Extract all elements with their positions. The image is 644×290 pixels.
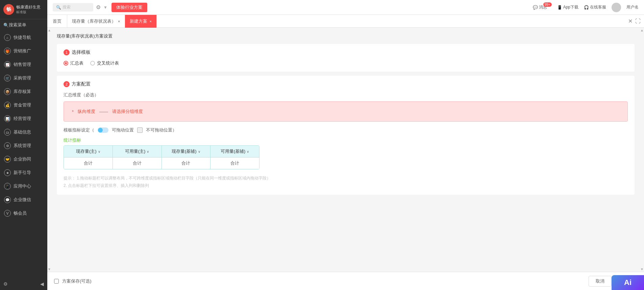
username-label: 用户名 xyxy=(626,4,639,10)
logo-text: 畅康通好生意 标准版 xyxy=(16,5,41,15)
app-center-icon: 📱 xyxy=(4,183,11,190)
topbar-right: 💬 消息 99+ 📱 App下载 🎧 在线客服 用户名 xyxy=(533,3,639,12)
drag-toggle[interactable] xyxy=(98,127,108,133)
tab-expand-icon[interactable]: ⛶ xyxy=(635,18,641,24)
data-cell-1-2: 合计 xyxy=(113,158,162,169)
header-col-2[interactable]: 可用量(主) ∨ xyxy=(113,146,162,157)
sidebar-item-app-center[interactable]: 📱 应用中心 xyxy=(0,179,47,193)
sidebar-item-system[interactable]: ⚙ 系统管理 xyxy=(0,139,47,152)
step1-badge: 1 xyxy=(64,49,70,55)
wechat-biz-icon: 💬 xyxy=(4,196,11,203)
trial-button[interactable]: 体验行业方案 xyxy=(112,3,147,12)
marketing-icon: 🎁 xyxy=(4,48,11,54)
headset-icon: 🎧 xyxy=(584,5,589,10)
template-options: 汇总表 交叉统计表 xyxy=(64,60,628,66)
sidebar-item-inventory[interactable]: 📦 库存核算 xyxy=(0,85,47,98)
topbar-gear-icon[interactable]: ⚙ xyxy=(96,4,101,10)
sidebar-item-operations[interactable]: 📊 经营管理 xyxy=(0,112,47,125)
sidebar-item-marketing[interactable]: 🎁 营销推广 xyxy=(0,44,47,58)
content-area: 现存量(库存状况表)方案设置 1 选择模板 汇总表 交叉统计表 xyxy=(51,28,640,272)
app-download-button[interactable]: 📱 App下载 xyxy=(557,4,578,10)
data-cell-1-1: 合计 xyxy=(64,158,113,169)
tab-close-all-icon[interactable]: ✕ xyxy=(628,18,633,24)
collapse-button[interactable]: ◀ xyxy=(40,281,44,287)
scroll-up-icon[interactable]: ▲ xyxy=(48,28,51,32)
finance-icon: 💰 xyxy=(4,102,11,108)
scroll-down-icon[interactable]: ▼ xyxy=(48,267,51,271)
sidebar-item-basic-info[interactable]: 🗂 基础信息 xyxy=(0,125,47,139)
data-cell-1-4: 合计 xyxy=(210,158,259,169)
header-col-4-chevron[interactable]: ∨ xyxy=(247,150,249,153)
tab-inventory-close[interactable]: × xyxy=(118,19,120,23)
logo-icon: 畅 xyxy=(3,4,14,15)
topbar-search-icon: 🔍 xyxy=(56,5,61,10)
sidebar-item-finance[interactable]: 💰 资金管理 xyxy=(0,98,47,112)
sidebar-item-new-guide[interactable]: ★ 新手引导 xyxy=(0,166,47,179)
right-scroll-up-icon[interactable]: ▲ xyxy=(640,28,644,32)
topbar-search-box[interactable]: 🔍 搜索 xyxy=(53,3,93,11)
header-col-1[interactable]: 现存量(主) ∨ xyxy=(64,146,113,157)
header-col-2-chevron[interactable]: ∨ xyxy=(147,150,149,153)
right-scrollbar: ▲ ▼ xyxy=(640,28,644,272)
save-label: 方案保存(可选) xyxy=(62,278,92,284)
sidebar-item-member[interactable]: V 畅会员 xyxy=(0,207,47,220)
stats-section-label: 统计指标 xyxy=(64,137,628,143)
tab-inventory[interactable]: 现存量（库存状况表） × xyxy=(67,15,125,28)
sidebar-item-sales[interactable]: 📈 销售管理 xyxy=(0,58,47,71)
radio-cross[interactable]: 交叉统计表 xyxy=(90,60,119,66)
section-step1: 1 选择模板 汇总表 交叉统计表 xyxy=(57,44,635,72)
tab-home[interactable]: 首页 xyxy=(47,15,67,28)
sidebar-item-wechat-biz[interactable]: 💬 企业微信 xyxy=(0,193,47,207)
radio-dot-cross xyxy=(90,61,95,66)
dimension-box: * 纵向维度 —— 请选择分组维度 xyxy=(64,101,628,122)
topbar-dropdown-icon[interactable]: ▼ xyxy=(103,5,107,10)
ai-badge[interactable]: Ai xyxy=(612,275,644,290)
phone-icon: 📱 xyxy=(557,5,562,10)
tip-item-1: 1.拖动标题栏可以调整布局，不可跨维度或指标区域拖动栏目字段（只能在同一维度或指… xyxy=(77,176,271,180)
tip-item-2: 2. 点击标题栏下拉可设置排序、插入列和删除列 xyxy=(64,182,628,190)
stats-data-row-1: 合计 合计 合计 合计 xyxy=(64,157,259,169)
header-col-3-chevron[interactable]: ∨ xyxy=(198,150,200,153)
header-col-4[interactable]: 可用量(基辅) ∨ xyxy=(210,146,259,157)
member-icon: V xyxy=(4,210,11,217)
cancel-button[interactable]: 取消 xyxy=(589,276,612,287)
right-scroll-down-icon[interactable]: ▼ xyxy=(640,267,644,271)
header-col-1-chevron[interactable]: ∨ xyxy=(98,150,100,153)
radio-summary[interactable]: 汇总表 xyxy=(64,60,83,66)
inventory-icon: 📦 xyxy=(4,88,11,95)
search-icon: 🔍 xyxy=(3,23,9,28)
messages-badge: 99+ xyxy=(543,2,552,7)
sidebar: 畅 畅康通好生意 标准版 🔍 搜索菜单 ⌂ 快捷导航 🎁 营销推广 📈 销售管理… xyxy=(0,0,47,290)
tip-label: 提示： 1.拖动标题栏可以调整布局，不可跨维度或指标区域拖动栏目字段（只能在同一… xyxy=(64,175,628,182)
sidebar-item-purchase[interactable]: 🛒 采购管理 xyxy=(0,71,47,85)
section-step2: 2 方案配置 汇总维度（必选） * 纵向维度 —— 请选择分组维度 模板指标设定… xyxy=(57,76,635,195)
tab-new-scheme-close[interactable]: × xyxy=(149,19,151,23)
required-mark: * xyxy=(72,109,74,114)
user-avatar[interactable] xyxy=(612,3,621,12)
tips-section: 提示： 1.拖动标题栏可以调整布局，不可跨维度或指标区域拖动栏目字段（只能在同一… xyxy=(64,175,628,189)
tabs-bar: 首页 现存量（库存状况表） × 新建方案 × ✕ ⛶ xyxy=(47,15,644,28)
sales-icon: 📈 xyxy=(4,61,11,68)
data-cell-1-3: 合计 xyxy=(162,158,211,169)
message-icon: 💬 xyxy=(533,5,538,10)
dimension-placeholder[interactable]: 请选择分组维度 xyxy=(112,108,143,115)
header-col-3[interactable]: 现存量(基辅) ∨ xyxy=(162,146,211,157)
sidebar-item-quick-nav[interactable]: ⌂ 快捷导航 xyxy=(0,31,47,44)
basic-info-icon: 🗂 xyxy=(4,129,11,136)
topbar-left: 🔍 搜索 ⚙ ▼ xyxy=(53,3,107,11)
online-service-button[interactable]: 🎧 在线客服 xyxy=(584,4,606,10)
save-checkbox[interactable] xyxy=(54,279,59,284)
cooperation-icon: 🤝 xyxy=(4,156,11,163)
sidebar-search[interactable]: 🔍 搜索菜单 xyxy=(0,19,47,31)
settings-button[interactable]: ⚙ xyxy=(3,281,8,287)
vertical-dim-label: 纵向维度 xyxy=(78,108,95,115)
page-title: 现存量(库存状况表)方案设置 xyxy=(57,33,635,39)
step2-title: 2 方案配置 xyxy=(64,81,628,87)
system-icon: ⚙ xyxy=(4,142,11,149)
sidebar-item-cooperation[interactable]: 🤝 企业协同 xyxy=(0,152,47,166)
dimension-row: * 纵向维度 —— 请选择分组维度 xyxy=(72,108,619,115)
messages-button[interactable]: 💬 消息 99+ xyxy=(533,4,547,10)
quick-nav-icon: ⌂ xyxy=(4,34,11,41)
sidebar-bottom: ⚙ ◀ xyxy=(0,278,47,290)
tab-new-scheme[interactable]: 新建方案 × xyxy=(125,15,156,28)
